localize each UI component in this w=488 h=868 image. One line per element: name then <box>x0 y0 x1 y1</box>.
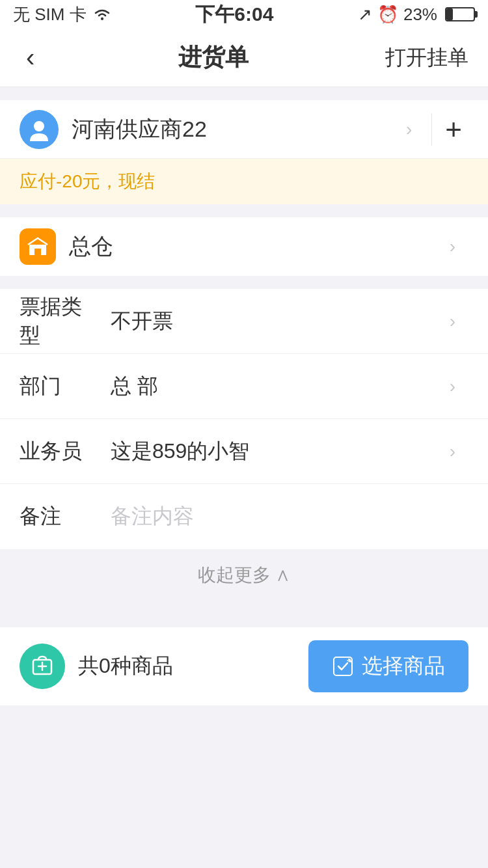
cart-icon <box>29 653 55 679</box>
salesperson-row[interactable]: 业务员 这是859的小智 › <box>0 419 488 484</box>
back-button[interactable]: ‹ <box>20 36 41 79</box>
person-icon <box>27 118 51 141</box>
invoice-type-value: 不开票 <box>98 307 450 336</box>
gap-4 <box>0 601 488 614</box>
battery-percent: 23% <box>403 5 437 25</box>
remark-row[interactable]: 备注 备注内容 <box>0 484 488 549</box>
salesperson-chevron: › <box>450 441 455 462</box>
department-chevron: › <box>450 376 455 397</box>
add-supplier-button[interactable]: + <box>439 113 468 146</box>
department-label: 部门 <box>20 372 98 401</box>
invoice-type-label: 票据类型 <box>20 293 98 350</box>
gap-3 <box>0 276 488 289</box>
supplier-section: 河南供应商22 › + 应付-20元，现结 <box>0 100 488 204</box>
carrier-text: 无 SIM 卡 <box>13 3 87 26</box>
supplier-row[interactable]: 河南供应商22 › + <box>0 100 488 159</box>
select-product-button[interactable]: 选择商品 <box>308 640 468 692</box>
select-product-icon <box>332 655 354 677</box>
invoice-type-chevron: › <box>450 311 455 332</box>
status-time: 下午6:04 <box>195 1 273 28</box>
page-title: 进货单 <box>178 42 249 74</box>
salesperson-value: 这是859的小智 <box>98 437 450 466</box>
product-icon-wrap <box>20 644 65 689</box>
warehouse-row[interactable]: 总仓 › <box>0 217 488 276</box>
svg-point-0 <box>101 18 103 20</box>
status-right: ↗ ⏰ 23% <box>358 5 475 25</box>
supplier-name: 河南供应商22 <box>72 115 406 144</box>
remark-placeholder[interactable]: 备注内容 <box>98 502 468 531</box>
status-left: 无 SIM 卡 <box>13 3 111 26</box>
warning-banner: 应付-20元，现结 <box>0 159 488 204</box>
divider <box>431 113 432 146</box>
warehouse-section: 总仓 › <box>0 217 488 276</box>
warehouse-building-icon <box>27 236 49 258</box>
remark-label: 备注 <box>20 502 98 531</box>
location-icon: ↗ <box>358 5 372 25</box>
salesperson-label: 业务员 <box>20 437 98 466</box>
department-value: 总 部 <box>98 372 450 401</box>
bottom-bar: 共0种商品 选择商品 <box>0 627 488 705</box>
warehouse-icon-wrap <box>20 228 56 265</box>
svg-rect-3 <box>34 249 41 255</box>
wifi-icon <box>93 8 111 21</box>
department-row[interactable]: 部门 总 部 › <box>0 354 488 419</box>
battery-icon <box>445 7 475 21</box>
warehouse-name: 总仓 <box>69 232 450 262</box>
avatar <box>20 110 59 149</box>
collapse-button[interactable]: 收起更多 ∧ <box>0 549 488 601</box>
select-product-label: 选择商品 <box>362 652 445 681</box>
status-bar: 无 SIM 卡 下午6:04 ↗ ⏰ 23% <box>0 0 488 29</box>
gap-1 <box>0 87 488 100</box>
collapse-label: 收起更多 ∧ <box>198 563 291 588</box>
supplier-chevron: › <box>406 119 412 140</box>
open-pending-button[interactable]: 打开挂单 <box>385 44 468 72</box>
nav-bar: ‹ 进货单 打开挂单 <box>0 29 488 87</box>
invoice-type-row[interactable]: 票据类型 不开票 › <box>0 289 488 354</box>
gap-2 <box>0 204 488 217</box>
alarm-icon: ⏰ <box>377 5 398 25</box>
warehouse-chevron: › <box>450 236 455 257</box>
form-section: 票据类型 不开票 › 部门 总 部 › 业务员 这是859的小智 › 备注 备注… <box>0 289 488 549</box>
product-count: 共0种商品 <box>78 652 308 681</box>
svg-point-1 <box>34 121 44 131</box>
